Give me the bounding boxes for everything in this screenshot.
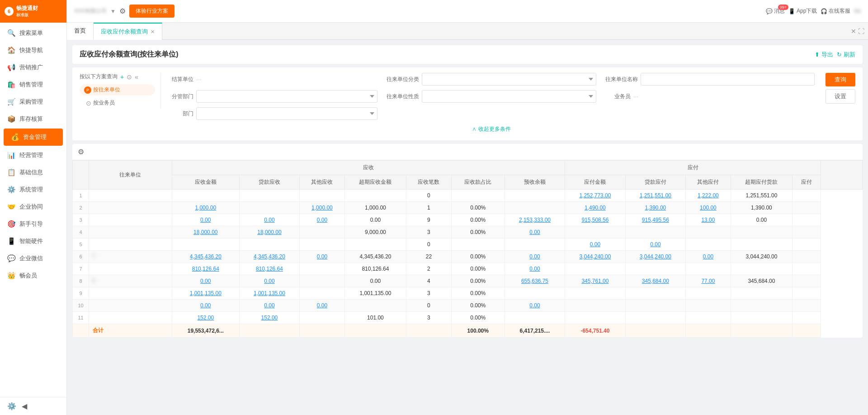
msg-badge: 99+ [778,5,788,10]
sidebar-item-cooperation[interactable]: 🤝 企业协同 [0,198,66,215]
department-select[interactable] [196,107,377,120]
partner-cell [89,226,172,239]
sidebar-item-label: 智能硬件 [19,237,43,245]
dept-select[interactable] [196,90,377,103]
filter-btns: 查询 设置 [826,73,855,135]
table-toolbar: ⚙ [72,144,863,160]
sidebar-item-quick-nav[interactable]: 🏠 快捷导航 [0,42,66,59]
topbar-company: XXX有限公司 [74,7,107,15]
scheme-partner[interactable]: P 按往来单位 [80,84,155,95]
sidebar-settings-icon[interactable]: ⚙️ [7,402,16,410]
wechat-icon: 💬 [7,254,16,262]
sidebar-item-label: 新手引导 [19,220,43,228]
tab-receivable[interactable]: 应收应付余额查询 ✕ [94,23,162,40]
topbar-gear-icon[interactable]: ⚙ [119,7,126,15]
th-loan-payable: 贷款应付 [625,175,685,190]
sidebar-item-system[interactable]: ⚙️ 系统管理 [0,181,66,198]
partner-name-input[interactable] [641,73,815,86]
topbar-user[interactable]: Rit [854,8,861,14]
table-row: 5 0 0.00 0.00 [73,239,863,251]
sidebar-item-label: 资金管理 [23,133,47,141]
th-receivable-amount: 应收金额 [172,175,239,190]
table-row: 4 18,000.00 18,000.00 9,000.00 3 0.00% 0… [73,226,863,239]
total-payable-amount: -654,751.40 [565,324,625,338]
th-payable-amount: 应付金额 [565,175,625,190]
sidebar-item-operation[interactable]: 📊 经营管理 [0,147,66,164]
topbar-app-download[interactable]: 📱 App下载 [788,7,817,15]
filter-back-icon[interactable]: « [135,73,138,81]
table-wrapper[interactable]: 往来单位 应收 应付 应收金额 贷款应收 其他应收 超期应收金额 应收笔数 应收… [72,160,863,338]
sidebar-collapse-icon[interactable]: ◀ [22,402,27,410]
filter-edit-icon[interactable]: ⊙ [127,73,132,81]
sidebar-item-label: 经营管理 [19,151,43,159]
partner-cell [89,300,172,312]
setting-btn[interactable]: 设置 [826,89,855,104]
page-header: 应收应付余额查询(按往来单位) ⬆ 导出 ↻ 刷新 [72,45,863,64]
tab-close-icon[interactable]: ✕ [151,29,155,35]
sidebar-item-label: 销售管理 [19,81,43,89]
refresh-icon: ↻ [837,51,842,58]
sidebar-item-basic[interactable]: 📋 基础信息 [0,164,66,181]
sidebar-item-marketing[interactable]: 📢 营销推广 [0,59,66,76]
filter-add-icon[interactable]: + [120,73,124,81]
sidebar-item-label: 企业协同 [19,203,43,211]
partner-cell: ⁷ [89,251,172,263]
partner-cell [89,287,172,300]
partner-cell [89,214,172,226]
filter-field-settlement: 结算单位 ··· [168,73,377,86]
main-content: 首页 应收应付余额查询 ✕ ✕ ⛶ 应收应付余额查询(按往来单位) ⬆ 导出 ↻… [67,23,868,415]
collapse-bar[interactable]: ∧ 收起更多条件 [168,124,815,135]
salesperson-dots[interactable]: ··· [633,93,639,100]
data-table: 往来单位 应收 应付 应收金额 贷款应收 其他应收 超期应收金额 应收笔数 应收… [72,160,863,338]
purchase-icon: 🛒 [7,98,16,106]
table-row: 11 152.00 152.00 101.00 3 0.00% [73,312,863,324]
filter-area: 按以下方案查询 + ⊙ « P 按往来单位 ⊙ 按业务员 [72,67,863,140]
logo-badge: 6 [5,7,14,16]
partner-category-select[interactable] [422,73,596,86]
filter-field-partner-nature: 往来单位性质 [387,90,596,103]
topbar-messages[interactable]: 💬 消息 99+ [766,7,785,15]
query-btn[interactable]: 查询 [826,73,855,86]
th-overdue-payable: 超期应付货款 [731,175,792,190]
export-btn[interactable]: ⬆ 导出 [815,51,833,59]
tab-home[interactable]: 首页 [67,23,94,40]
sidebar-item-inventory[interactable]: 📦 库存核算 [0,110,66,128]
page-title: 应收应付余额查询(按往来单位) [80,50,179,59]
topbar-dropdown-icon[interactable]: ▼ [110,8,116,14]
partner-nature-select[interactable] [422,90,596,103]
th-receivable-group: 应收 [172,161,565,175]
sidebar-item-finance[interactable]: 💰 资金管理 [4,129,63,146]
sidebar-item-hardware[interactable]: 📱 智能硬件 [0,233,66,250]
sidebar-item-guide[interactable]: 🎯 新手引导 [0,215,66,233]
total-receivable-ratio: 100.00% [451,324,505,338]
sidebar-item-search[interactable]: 🔍 搜索菜单 [0,24,66,42]
total-row: 合计 19,553,472,6... 100.00% 6,417,215....… [73,324,863,338]
tab-close-window-icon[interactable]: ✕ [851,28,856,35]
sidebar-item-wechat[interactable]: 💬 企业微信 [0,250,66,267]
th-receivable-count: 应收笔数 [406,175,452,190]
topbar-online-service[interactable]: 🎧 在线客服 [821,7,850,15]
refresh-btn[interactable]: ↻ 刷新 [837,51,855,59]
topbar: XXX有限公司 ▼ ⚙ 体验行业方案 💬 消息 99+ 📱 App下载 🎧 在线… [67,0,868,23]
sidebar-item-sales[interactable]: 🛍️ 销售管理 [0,76,66,93]
table-row: 1 0 1,252,773.00 1,251,551.00 1,222.00 1… [73,190,863,202]
sidebar-item-member[interactable]: 👑 畅会员 [0,267,66,284]
settlement-dots[interactable]: ··· [196,76,202,83]
th-receivable-ratio: 应收款占比 [451,175,505,190]
sidebar-item-purchase[interactable]: 🛒 采购管理 [0,93,66,110]
sidebar-item-label: 营销推广 [19,63,43,72]
scheme-salesperson[interactable]: ⊙ 按业务员 [80,97,155,109]
total-receivable-amount: 19,553,472,6... [172,324,239,338]
sidebar-item-label: 畅会员 [19,272,37,280]
tab-expand-icon[interactable]: ⛶ [858,28,864,35]
logo-text: 畅捷通财 [16,5,38,12]
search-icon: 🔍 [7,29,16,37]
th-loan-receivable: 贷款应收 [239,175,299,190]
th-other-payable: 其他应付 [686,175,731,190]
table-row: 10 0.00 0.00 0.00 0 0.00% 0.00 [73,300,863,312]
topbar-promo-btn[interactable]: 体验行业方案 [129,5,175,18]
sidebar-item-label: 搜索菜单 [19,29,43,37]
hardware-icon: 📱 [7,237,16,245]
table-settings-icon[interactable]: ⚙ [78,148,84,156]
filter-field-dept: 分管部门 [168,90,377,103]
